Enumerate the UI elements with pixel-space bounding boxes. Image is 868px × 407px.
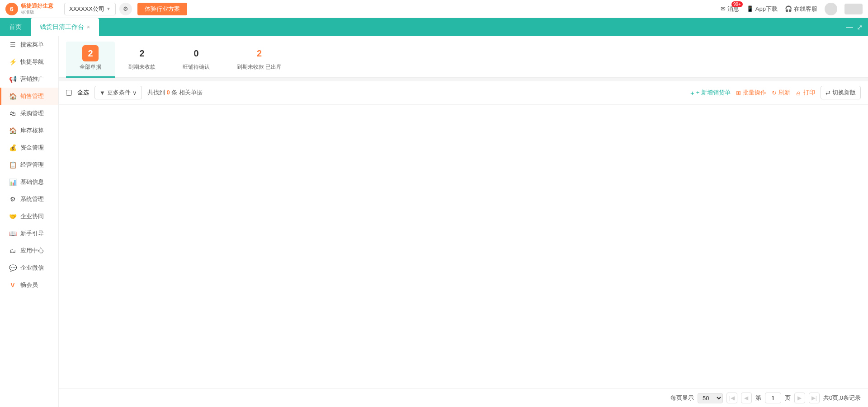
stat-overdue-label: 到期未收款 — [128, 63, 156, 71]
sidebar-item-guide-label: 新手引导 — [20, 229, 44, 238]
stat-pending-label: 旺铺待确认 — [183, 63, 210, 71]
sidebar-item-member[interactable]: V 畅会员 — [0, 276, 58, 294]
more-filters-button[interactable]: ▼ 更多条件 ∨ — [94, 86, 142, 99]
logo-sub: 标准版 — [21, 9, 53, 15]
print-button[interactable]: 🖨 打印 — [796, 89, 815, 97]
sidebar-item-sales[interactable]: 🏠 销售管理 — [0, 88, 58, 105]
company-selector[interactable]: XXXXXX公司 ▼ — [64, 3, 116, 15]
switch-version-button[interactable]: ⇄ 切换新版 — [821, 86, 861, 99]
stat-tab-shipped[interactable]: 2 到期未收款 已出库 — [223, 42, 295, 78]
settings-button[interactable]: ⚙ — [119, 3, 132, 15]
more-filters-label: 更多条件 — [107, 89, 131, 97]
batch-btn-label: 批量操作 — [743, 89, 766, 97]
page-next-icon: ▶ — [797, 395, 802, 401]
select-all-checkbox[interactable] — [66, 90, 72, 96]
experience-button[interactable]: 体验行业方案 — [137, 3, 187, 15]
page-label-post: 页 — [785, 394, 791, 402]
sidebar-item-app-center-label: 应用中心 — [20, 247, 44, 255]
message-button[interactable]: ✉ 消息 99+ — [721, 5, 739, 13]
page-last-button[interactable]: ▶| — [809, 393, 820, 403]
batch-icon: ⊞ — [736, 89, 741, 96]
tab-maximize-button[interactable]: ⤢ — [857, 23, 863, 32]
sidebar-item-app-center[interactable]: 🗂 应用中心 — [0, 242, 58, 259]
app-layout: ☰ 搜索菜单 ⚡ 快捷导航 📢 营销推广 🏠 销售管理 🛍 采购管理 🏠 库存核… — [0, 36, 868, 407]
page-label-pre: 第 — [755, 394, 761, 402]
sidebar-item-system[interactable]: ⚙ 系统管理 — [0, 191, 58, 208]
sidebar-item-marketing[interactable]: 📢 营销推广 — [0, 70, 58, 88]
online-service-button[interactable]: 🎧 在线客服 — [785, 5, 817, 13]
page-last-icon: ▶| — [811, 395, 817, 401]
refresh-button[interactable]: ↻ 刷新 — [772, 89, 790, 97]
refresh-btn-label: 刷新 — [778, 89, 790, 97]
page-prev-button[interactable]: ◀ — [741, 393, 752, 403]
stat-shipped-bg: 2 — [251, 45, 268, 61]
add-sales-order-button[interactable]: + + 新增销货单 — [690, 89, 731, 97]
logo-text: 畅捷通好生意 标准版 — [21, 3, 53, 14]
user-avatar[interactable] — [825, 3, 837, 15]
stat-tab-overdue[interactable]: 2 到期未收款 — [115, 42, 169, 78]
page-next-button[interactable]: ▶ — [794, 393, 805, 403]
download-icon: 📱 — [746, 5, 754, 12]
tab-workbench-close[interactable]: × — [87, 24, 90, 30]
sidebar-item-sales-label: 销售管理 — [20, 92, 44, 100]
sales-icon: 🏠 — [9, 92, 17, 100]
stat-tab-pending[interactable]: 0 旺铺待确认 — [169, 42, 223, 78]
tab-home-label: 首页 — [9, 23, 22, 31]
batch-operation-button[interactable]: ⊞ 批量操作 — [736, 89, 766, 97]
stat-pending-bg: 0 — [188, 45, 204, 61]
found-suffix: 相关单据 — [179, 89, 203, 96]
user-name-area[interactable] — [844, 4, 863, 14]
sidebar-item-purchase[interactable]: 🛍 采购管理 — [0, 105, 58, 122]
page-prev-icon: ◀ — [744, 395, 748, 401]
sidebar-item-basic[interactable]: 📊 基础信息 — [0, 173, 58, 191]
stat-tab-all[interactable]: 2 全部单据 — [66, 42, 115, 78]
sidebar-item-search[interactable]: ☰ 搜索菜单 — [0, 36, 58, 53]
tab-minimize-button[interactable]: — — [846, 23, 853, 31]
logo-title: 畅捷通好生意 — [21, 3, 53, 9]
sidebar-item-marketing-label: 营销推广 — [20, 75, 44, 83]
sidebar-item-inventory-label: 库存核算 — [20, 126, 44, 135]
per-page-select[interactable]: 50 100 200 — [698, 393, 723, 403]
toolbar-right: + + 新增销货单 ⊞ 批量操作 ↻ 刷新 🖨 打印 ⇄ 切换新版 — [690, 86, 861, 99]
main-content: 2 全部单据 2 到期未收款 0 旺铺待确认 2 到期未收款 已出 — [59, 36, 868, 407]
stat-all-number: 2 — [88, 48, 93, 59]
sidebar-item-basic-label: 基础信息 — [20, 178, 44, 186]
finance-icon: 💰 — [9, 144, 17, 152]
sidebar-item-cooperation[interactable]: 🤝 企业协同 — [0, 208, 58, 225]
page-number-input[interactable] — [765, 393, 781, 403]
app-download-button[interactable]: 📱 App下载 — [746, 5, 778, 13]
sidebar-item-quick-nav[interactable]: ⚡ 快捷导航 — [0, 53, 58, 70]
stats-tabs: 2 全部单据 2 到期未收款 0 旺铺待确认 2 到期未收款 已出 — [59, 36, 868, 78]
service-icon: 🎧 — [785, 5, 792, 12]
sidebar-item-cooperation-label: 企业协同 — [20, 212, 44, 220]
tab-home[interactable]: 首页 — [0, 18, 31, 36]
sidebar-item-operation[interactable]: 📋 经营管理 — [0, 156, 58, 173]
tab-bar-actions: — ⤢ — [846, 23, 868, 32]
toolbar: 全选 ▼ 更多条件 ∨ 共找到 0 条 相关单据 + + 新增销货单 ⊞ 批量操… — [59, 81, 868, 104]
print-btn-label: 打印 — [803, 89, 815, 97]
app-center-icon: 🗂 — [9, 247, 17, 255]
sidebar-item-inventory[interactable]: 🏠 库存核算 — [0, 122, 58, 139]
sidebar-item-system-label: 系统管理 — [20, 195, 44, 203]
inventory-icon: 🏠 — [9, 126, 17, 135]
sidebar-item-guide[interactable]: 📖 新手引导 — [0, 225, 58, 242]
pagination-bar: 每页显示 50 100 200 |◀ ◀ 第 页 ▶ ▶| 共0页,0条记录 — [59, 388, 868, 407]
page-first-button[interactable]: |◀ — [726, 393, 737, 403]
sidebar-item-finance[interactable]: 💰 资金管理 — [0, 139, 58, 156]
operation-icon: 📋 — [9, 161, 17, 169]
logo-icon: 6 — [5, 3, 18, 15]
tab-bar: 首页 钱货日清工作台 × — ⤢ — [0, 18, 868, 36]
top-header: 6 畅捷通好生意 标准版 XXXXXX公司 ▼ ⚙ 体验行业方案 ✉ 消息 99… — [0, 0, 868, 18]
filter-dropdown-icon: ∨ — [132, 89, 137, 96]
sidebar-item-wechat[interactable]: 💬 企业微信 — [0, 259, 58, 276]
found-unit: 条 — [171, 89, 177, 96]
stat-overdue-number: 2 — [139, 48, 144, 59]
tab-workbench[interactable]: 钱货日清工作台 × — [31, 18, 99, 36]
switch-icon: ⇄ — [826, 89, 830, 96]
page-first-icon: |◀ — [729, 395, 735, 401]
stat-all-bg: 2 — [82, 45, 99, 61]
online-service-label: 在线客服 — [794, 5, 817, 13]
header-right: ✉ 消息 99+ 📱 App下载 🎧 在线客服 — [721, 3, 863, 15]
tab-workbench-label: 钱货日清工作台 — [40, 23, 84, 31]
sidebar-item-operation-label: 经营管理 — [20, 161, 44, 169]
